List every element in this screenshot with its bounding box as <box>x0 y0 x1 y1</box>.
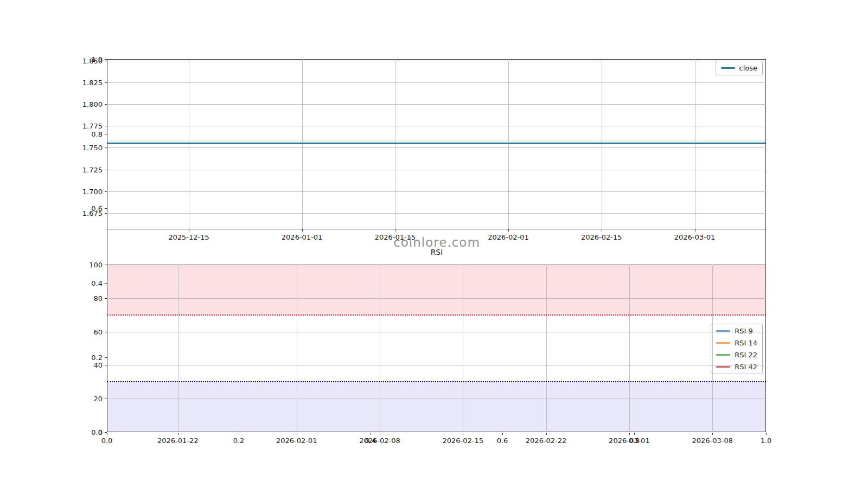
overlay-x-tick <box>107 433 107 435</box>
overlay-y-tick <box>105 208 107 209</box>
price-y-tick-label: 1.725 <box>69 165 103 174</box>
rsi-x-tick <box>178 433 178 435</box>
price-date-gridline <box>695 59 695 229</box>
price-x-tick-label: 2026-02-15 <box>581 233 622 241</box>
rsi-x-tick <box>380 433 380 435</box>
overlay-y-tick-label: 0.8 <box>69 130 103 138</box>
overlay-x-tick-label: 1.0 <box>761 436 772 445</box>
price-y-tick <box>105 170 107 170</box>
overlay-right-spine <box>765 59 766 432</box>
legend-entry: RSI 9 <box>716 327 757 335</box>
rsi-x-tick-label: 2026-02-01 <box>276 436 317 445</box>
rsi-date-gridline <box>629 265 630 432</box>
price-x-tick <box>602 229 602 232</box>
price-y-tick <box>105 61 107 61</box>
overlay-y-tick <box>105 283 107 284</box>
price-y-tick-label: 1.800 <box>69 100 103 108</box>
overlay-x-tick-label: 0.4 <box>365 436 376 445</box>
rsi-y-tick <box>105 365 107 365</box>
overlay-x-tick-label: 0.0 <box>101 436 113 445</box>
overlay-y-tick <box>105 134 107 134</box>
price-gridline <box>107 170 766 170</box>
rsi-y-tick-label: 80 <box>69 294 103 302</box>
price-y-tick-label: 1.700 <box>69 187 103 195</box>
legend-line-swatch <box>716 342 730 344</box>
rsi-panel-title: RSI <box>431 248 443 256</box>
legend-label: RSI 42 <box>735 363 757 371</box>
rsi-date-gridline <box>546 265 547 432</box>
legend-entry: RSI 22 <box>716 351 757 359</box>
price-x-tick-label: 2026-03-01 <box>674 233 716 241</box>
overbought-line <box>107 314 766 316</box>
price-y-tick-label: 1.825 <box>69 79 103 87</box>
oversold-band <box>107 382 766 432</box>
price-legend: close <box>716 61 763 75</box>
overlay-x-tick <box>634 433 635 435</box>
price-date-gridline <box>508 59 509 229</box>
rsi-gridline <box>107 298 766 299</box>
overlay-x-tick <box>239 433 239 435</box>
price-y-tick <box>105 126 107 126</box>
rsi-date-gridline <box>380 265 380 432</box>
overlay-y-tick-label: 0.6 <box>69 204 103 213</box>
legend-entry: RSI 14 <box>716 339 757 347</box>
rsi-date-gridline <box>712 265 713 432</box>
rsi-y-tick <box>105 298 107 299</box>
price-y-tick <box>105 213 107 214</box>
legend-label: RSI 14 <box>735 339 757 347</box>
price-date-gridline <box>302 59 303 229</box>
price-x-tick <box>395 229 395 232</box>
overlay-left-spine <box>107 59 107 432</box>
price-gridline <box>107 104 766 105</box>
overlay-x-tick <box>502 433 503 435</box>
rsi-gridline <box>107 399 766 399</box>
price-gridline <box>107 147 766 148</box>
overlay-y-tick <box>105 357 107 358</box>
overlay-y-tick-label: 0.2 <box>69 354 103 362</box>
oversold-line <box>107 381 766 382</box>
price-x-tick <box>189 229 189 232</box>
overlay-x-tick-label: 0.8 <box>629 436 640 445</box>
rsi-y-tick-label: 40 <box>69 361 103 369</box>
price-y-tick <box>105 191 107 192</box>
price-y-tick-label: 1.750 <box>69 144 103 152</box>
price-x-tick-label: 2026-01-15 <box>375 233 416 241</box>
price-x-tick <box>302 229 303 232</box>
rsi-x-tick-label: 2026-03-08 <box>692 436 733 445</box>
rsi-x-tick-label: 2026-02-22 <box>526 436 567 445</box>
overlay-y-tick-label: 1.0 <box>69 55 103 63</box>
price-x-tick <box>508 229 509 232</box>
price-y-tick <box>105 82 107 83</box>
legend-label: RSI 22 <box>735 351 757 359</box>
price-date-gridline <box>395 59 395 229</box>
price-y-tick-label: 1.775 <box>69 122 103 130</box>
legend-entry: close <box>721 64 757 72</box>
price-x-tick-label: 2025-12-15 <box>168 233 209 241</box>
rsi-y-tick-label: 20 <box>69 395 103 403</box>
legend-line-swatch <box>716 354 730 356</box>
rsi-x-tick <box>546 433 547 435</box>
price-axes <box>107 59 766 229</box>
overlay-x-tick <box>371 433 371 435</box>
legend-line-swatch <box>721 67 735 69</box>
legend-label: close <box>739 64 757 72</box>
overlay-x-tick-label: 0.2 <box>233 436 245 445</box>
chart-figure: coinlore.com RSI close RSI 9RSI 14RSI 22… <box>0 0 868 488</box>
rsi-x-tick <box>463 433 463 435</box>
rsi-y-tick-label: 60 <box>69 328 103 336</box>
rsi-x-tick-label: 2026-01-22 <box>157 436 199 445</box>
rsi-date-gridline <box>178 265 178 432</box>
close-line <box>107 143 765 144</box>
legend-line-swatch <box>716 366 730 368</box>
rsi-date-gridline <box>463 265 463 432</box>
overbought-band <box>107 265 766 315</box>
overlay-y-tick <box>105 59 107 60</box>
rsi-x-tick <box>712 433 713 435</box>
price-x-tick-label: 2026-02-01 <box>488 233 529 241</box>
price-y-tick <box>105 147 107 148</box>
price-gridline <box>107 61 766 61</box>
rsi-date-gridline <box>297 265 297 432</box>
rsi-x-tick <box>629 433 630 435</box>
price-date-gridline <box>189 59 189 229</box>
overlay-x-tick-label: 0.6 <box>497 436 508 445</box>
